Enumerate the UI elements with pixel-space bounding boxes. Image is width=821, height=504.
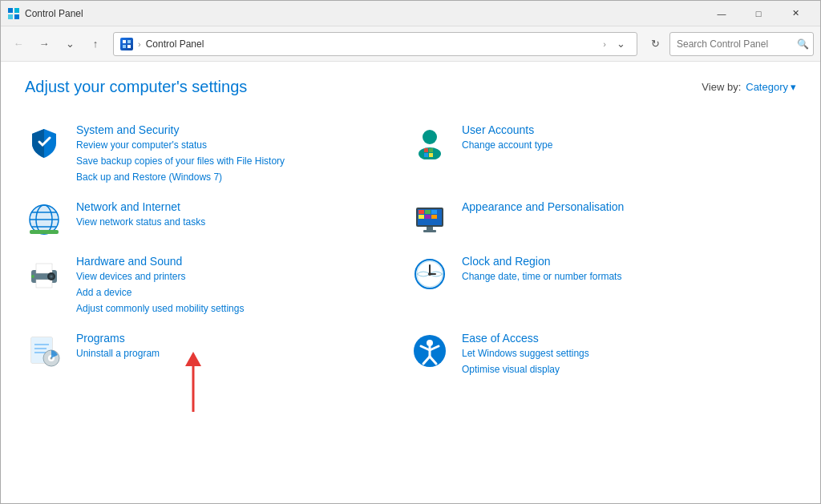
- window-controls: — □ ✕: [703, 1, 814, 26]
- hardware-add-link[interactable]: Add a device: [76, 285, 244, 300]
- network-status-link[interactable]: View network status and tasks: [76, 215, 205, 229]
- window-title: Control Panel: [25, 8, 703, 19]
- svg-rect-32: [36, 264, 52, 273]
- user-accounts-text: User Accounts Change account type: [462, 123, 552, 152]
- svg-rect-26: [419, 215, 424, 219]
- svg-rect-24: [425, 210, 431, 214]
- svg-rect-30: [423, 230, 436, 232]
- category-network: Network and Internet View network status…: [25, 192, 410, 247]
- category-user-accounts: User Accounts Change account type: [410, 115, 796, 192]
- category-hardware: Hardware and Sound View devices and prin…: [25, 247, 410, 324]
- svg-rect-7: [127, 45, 131, 48]
- svg-rect-4: [123, 40, 126, 43]
- network-icon: [25, 200, 63, 239]
- address-input[interactable]: › Control Panel › ⌄: [113, 32, 637, 56]
- ease-suggest-link[interactable]: Let Windows suggest settings: [462, 346, 589, 361]
- clock-icon: [410, 255, 449, 293]
- svg-rect-6: [123, 45, 126, 48]
- refresh-button[interactable]: ↻: [644, 33, 666, 55]
- hardware-text: Hardware and Sound View devices and prin…: [76, 255, 244, 316]
- hardware-mobility-link[interactable]: Adjust commonly used mobility settings: [76, 301, 244, 316]
- maximize-button[interactable]: □: [740, 1, 777, 26]
- ease-visual-link[interactable]: Optimise visual display: [462, 362, 589, 377]
- category-programs: Programs Uninstall a program: [25, 324, 410, 378]
- recent-locations-button[interactable]: ⌄: [59, 33, 81, 55]
- minimize-button[interactable]: —: [703, 1, 740, 26]
- address-dropdown-button[interactable]: ⌄: [611, 33, 630, 55]
- hardware-title[interactable]: Hardware and Sound: [76, 255, 244, 268]
- system-security-icon: [25, 123, 63, 162]
- svg-rect-13: [429, 153, 433, 157]
- main-content: Adjust your computer's settings View by:…: [1, 62, 820, 503]
- system-backup-link[interactable]: Save backup copies of your files with Fi…: [76, 154, 285, 168]
- svg-rect-12: [424, 153, 428, 157]
- close-button[interactable]: ✕: [777, 1, 814, 26]
- svg-rect-23: [419, 210, 424, 214]
- control-panel-window: Control Panel — □ ✕ ← → ⌄ ↑ › Control Pa…: [0, 0, 821, 504]
- clock-formats-link[interactable]: Change date, time or number formats: [462, 269, 621, 284]
- forward-button[interactable]: →: [33, 33, 55, 55]
- svg-rect-2: [8, 14, 13, 19]
- user-accounts-title[interactable]: User Accounts: [462, 123, 552, 136]
- system-restore-link[interactable]: Back up and Restore (Windows 7): [76, 170, 285, 184]
- appearance-text: Appearance and Personalisation: [462, 200, 624, 213]
- address-bar-icon: [120, 38, 133, 50]
- svg-point-8: [423, 130, 437, 144]
- title-bar: Control Panel — □ ✕: [1, 1, 820, 26]
- view-by-dropdown[interactable]: Category ▾: [746, 81, 796, 93]
- svg-rect-11: [429, 148, 433, 152]
- programs-title[interactable]: Programs: [76, 332, 160, 345]
- clock-text: Clock and Region Change date, time or nu…: [462, 255, 621, 284]
- path-separator-1: ›: [138, 39, 141, 49]
- programs-text: Programs Uninstall a program: [76, 332, 160, 361]
- search-icon: 🔍: [797, 38, 809, 50]
- hardware-devices-link[interactable]: View devices and printers: [76, 269, 244, 284]
- ease-of-access-icon: [410, 332, 449, 370]
- svg-point-36: [51, 276, 53, 278]
- content-header: Adjust your computer's settings View by:…: [25, 78, 796, 96]
- category-ease-of-access: Ease of Access Let Windows suggest setti…: [410, 324, 796, 385]
- up-button[interactable]: ↑: [84, 33, 107, 55]
- ease-of-access-text: Ease of Access Let Windows suggest setti…: [462, 332, 589, 377]
- view-by-label: View by:: [702, 81, 741, 93]
- address-bar: ← → ⌄ ↑ › Control Panel › ⌄ ↻ 🔍: [1, 26, 820, 62]
- svg-point-44: [428, 272, 431, 276]
- hardware-icon: [25, 255, 63, 293]
- red-arrow-annotation: [181, 352, 205, 419]
- programs-uninstall-link[interactable]: Uninstall a program: [76, 346, 160, 361]
- app-icon: [7, 7, 20, 20]
- svg-rect-20: [30, 230, 59, 234]
- category-programs-wrapper: Programs Uninstall a program: [25, 324, 410, 385]
- user-change-link[interactable]: Change account type: [462, 138, 552, 152]
- category-appearance: Appearance and Personalisation: [410, 192, 796, 247]
- back-button[interactable]: ←: [7, 33, 30, 55]
- svg-rect-10: [424, 148, 428, 152]
- categories-grid: System and Security Review your computer…: [25, 115, 796, 385]
- svg-rect-25: [431, 210, 437, 214]
- system-security-title[interactable]: System and Security: [76, 123, 285, 136]
- svg-rect-1: [14, 8, 19, 13]
- network-title[interactable]: Network and Internet: [76, 200, 205, 213]
- ease-of-access-title[interactable]: Ease of Access: [462, 332, 589, 345]
- appearance-title[interactable]: Appearance and Personalisation: [462, 200, 624, 213]
- category-clock: Clock and Region Change date, time or nu…: [410, 247, 796, 324]
- category-system-security: System and Security Review your computer…: [25, 115, 410, 192]
- search-box[interactable]: 🔍: [669, 32, 814, 56]
- svg-rect-33: [36, 280, 52, 288]
- svg-marker-55: [185, 352, 201, 366]
- user-accounts-icon: [410, 123, 449, 162]
- svg-rect-0: [8, 8, 13, 13]
- view-by-control: View by: Category ▾: [702, 81, 796, 93]
- clock-title[interactable]: Clock and Region: [462, 255, 621, 268]
- svg-rect-27: [425, 215, 431, 219]
- path-control-panel[interactable]: Control Panel: [146, 38, 599, 50]
- path-separator-2: ›: [603, 39, 606, 49]
- page-title: Adjust your computer's settings: [25, 78, 247, 96]
- svg-rect-47: [34, 344, 49, 345]
- svg-rect-5: [127, 40, 131, 43]
- system-review-link[interactable]: Review your computer's status: [76, 138, 285, 152]
- svg-point-37: [31, 275, 34, 278]
- system-security-text: System and Security Review your computer…: [76, 123, 285, 184]
- svg-rect-48: [34, 348, 47, 349]
- search-input[interactable]: [677, 38, 797, 50]
